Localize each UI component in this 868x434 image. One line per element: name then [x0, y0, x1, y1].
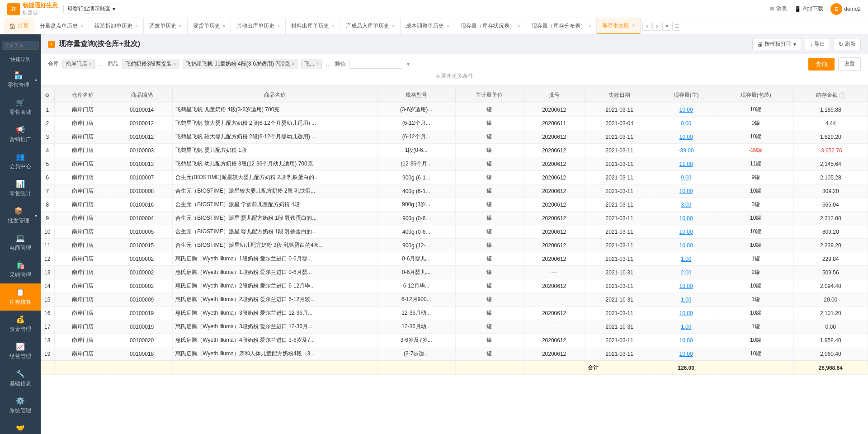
cell-code: 00100009 — [111, 293, 172, 307]
cell-qty-main[interactable]: 9.00 — [654, 171, 718, 184]
cell-qty-main[interactable]: 10.00 — [654, 130, 718, 144]
close-icon[interactable]: × — [632, 23, 635, 28]
cell-warehouse: 南岸门店 — [54, 171, 111, 184]
sidebar-item-member[interactable]: 👥 会员中心 — [0, 148, 41, 175]
sidebar-item-retail[interactable]: 🏪 零售管理 ▾ — [0, 66, 41, 94]
product-tag-1-remove[interactable]: × — [174, 61, 176, 66]
cell-qty-main[interactable]: 10.00 — [654, 279, 718, 293]
cell-qty-main[interactable]: 10.00 — [654, 239, 718, 252]
close-icon[interactable]: × — [447, 24, 449, 28]
tab-xianzun-fenbuo[interactable]: 现存量（库存分布表） × — [526, 18, 597, 34]
expand-sidebar-btn[interactable]: › — [48, 41, 55, 48]
search-input[interactable] — [2, 41, 39, 50]
quick-nav[interactable]: 快捷导航 — [0, 52, 41, 66]
search-area — [0, 38, 41, 52]
export-btn[interactable]: ↓ 导出 — [805, 38, 830, 50]
cell-qty-main[interactable]: 11.00 — [654, 157, 718, 171]
sidebar-item-basic[interactable]: 🔧 基础信息 — [0, 365, 41, 392]
tab-kucun-pici[interactable]: 库存批次账 × — [597, 18, 641, 34]
message-btn[interactable]: ✉ 消息 — [770, 5, 787, 13]
close-icon[interactable]: × — [392, 24, 395, 28]
cell-qty-main[interactable]: 1.00 — [654, 293, 718, 307]
sidebar-item-purchase[interactable]: 🛍️ 采购管理 — [0, 256, 41, 283]
product-tag-3[interactable]: 飞... × — [301, 59, 322, 69]
tab-qita[interactable]: 其他出库单历史 × — [231, 18, 286, 34]
cell-qty-main[interactable]: 3.00 — [654, 198, 718, 212]
sidebar-item-collab[interactable]: 🤝 企业协同 — [0, 419, 41, 434]
cell-no: 9 — [41, 212, 54, 225]
cell-qty-main[interactable]: 0.00 — [654, 117, 718, 130]
cell-qty-main[interactable]: 1.00 — [654, 320, 718, 334]
tab-cailiao[interactable]: 材料出库单历史 × — [286, 18, 340, 34]
sidebar-item-ecommerce[interactable]: 💻 电商管理 — [0, 229, 41, 256]
close-icon[interactable]: × — [223, 24, 226, 28]
account-selector[interactable]: 母婴行业演示账套 ▾ — [63, 4, 119, 14]
user-area[interactable]: E demo2 — [830, 3, 861, 15]
tab-diaobo[interactable]: 调拨单历史 × — [144, 18, 188, 34]
cell-warehouse: 南岸门店 — [54, 334, 111, 347]
tab-zuzhuang[interactable]: 组装拆卸单历史 × — [89, 18, 144, 34]
sidebar-item-retail-stat[interactable]: 📊 零售统计 — [0, 175, 41, 202]
tab-fenliang[interactable]: 分量盘点单历史 × — [34, 18, 89, 34]
logo-sub: 标题版 — [23, 9, 58, 16]
expand-conditions-btn[interactable]: ⊞ 展开更多条件 — [435, 72, 473, 80]
app-download-btn[interactable]: 📱 App下载 — [794, 5, 823, 13]
close-icon[interactable]: × — [518, 24, 520, 28]
tab-yaohuo-label: 要货单历史 — [193, 22, 220, 30]
product-more[interactable]: … — [326, 61, 331, 67]
cell-qty-main[interactable]: 2.00 — [654, 266, 718, 279]
col-settings[interactable]: ⚙ — [41, 88, 54, 103]
tab-xianzun-kuangtai[interactable]: 现存量（库存状况表） × — [455, 18, 526, 34]
close-icon[interactable]: × — [589, 24, 591, 28]
cell-qty-main[interactable]: 10.00 — [654, 184, 718, 198]
product-tag-2[interactable]: 飞鹤星飞帆 儿童奶粉 4段(3-6岁适用) 700克 × — [183, 59, 297, 69]
sidebar-item-business[interactable]: 📈 经营管理 — [0, 338, 41, 365]
sidebar-item-finance[interactable]: 💰 资金管理 — [0, 311, 41, 338]
nav-prev[interactable]: ‹ — [642, 22, 651, 31]
sidebar-item-inventory[interactable]: 📋 库存核算 — [0, 283, 41, 311]
cell-qty-main[interactable]: 10.00 — [654, 347, 718, 361]
sidebar-item-marketing[interactable]: 📢 营销推广 — [0, 121, 41, 148]
close-icon[interactable]: × — [135, 24, 138, 28]
balance-info-icon[interactable]: i — [839, 92, 845, 99]
sidebar-item-system[interactable]: ⚙️ 系统管理 — [0, 392, 41, 419]
nav-menu[interactable]: ☰ — [672, 22, 681, 31]
color-filter-input[interactable] — [349, 60, 403, 69]
cell-qty-main[interactable]: 10.00 — [654, 334, 718, 347]
warehouse-tag[interactable]: 南岸门店 × — [62, 59, 95, 69]
nav-close-all[interactable]: × — [662, 22, 671, 31]
product-tag-3-remove[interactable]: × — [316, 61, 319, 66]
print-btn[interactable]: 🖨 按模板打印 ▾ — [752, 38, 801, 50]
warehouse-more[interactable]: … — [99, 61, 104, 67]
nav-next[interactable]: › — [652, 22, 661, 31]
cell-qty-main[interactable]: -39.00 — [654, 144, 718, 157]
close-icon[interactable]: × — [277, 24, 280, 28]
setting-button[interactable]: 设置 — [838, 57, 861, 71]
finance-icon: 💰 — [16, 315, 25, 324]
cell-qty-main[interactable]: 10.00 — [654, 225, 718, 239]
close-icon[interactable]: × — [179, 24, 182, 28]
sidebar-item-mall[interactable]: 🛒 零售商城 — [0, 94, 41, 121]
cell-qty-main[interactable]: 10.00 — [654, 307, 718, 320]
warehouse-remove-icon[interactable]: × — [89, 61, 92, 66]
product-tag-2-text: 飞鹤星飞帆 儿童奶粉 4段(3-6岁适用) 700克 — [186, 60, 290, 68]
tab-chancheng[interactable]: 产成品入库单历史 × — [340, 18, 401, 34]
table-container[interactable]: ⚙ 仓库名称 商品编码 商品名称 规格型号 主计量单位 批号 失效日期 现存量(… — [41, 88, 868, 434]
sidebar-item-wholesale[interactable]: 📦 批发管理 ▾ — [0, 202, 41, 229]
product-tag-1[interactable]: 飞鹤奶粉3段两提装 × — [122, 59, 179, 69]
tab-home[interactable]: 🏠 首页 — [4, 18, 34, 34]
color-dropdown-icon[interactable]: ▾ — [407, 61, 410, 67]
tab-chengben[interactable]: 成本调整单历史 × — [401, 18, 455, 34]
col-spec: 规格型号 — [377, 88, 455, 103]
table-row: 14 南岸门店 00100002 惠氏启腾（Wyeth illuma）2段奶粉 … — [41, 279, 868, 293]
close-icon[interactable]: × — [332, 24, 335, 28]
tab-yaohuo[interactable]: 要货单历史 × — [188, 18, 231, 34]
product-tag-2-remove[interactable]: × — [292, 61, 294, 66]
query-button[interactable]: 查询 — [808, 58, 835, 71]
close-icon[interactable]: × — [80, 24, 83, 28]
refresh-btn[interactable]: ↻ 刷新 — [834, 38, 861, 50]
settings-icon[interactable]: ⚙ — [45, 92, 50, 99]
cell-qty-main[interactable]: 10.00 — [654, 212, 718, 225]
cell-qty-main[interactable]: 10.00 — [654, 103, 718, 117]
cell-qty-main[interactable]: 1.00 — [654, 252, 718, 266]
